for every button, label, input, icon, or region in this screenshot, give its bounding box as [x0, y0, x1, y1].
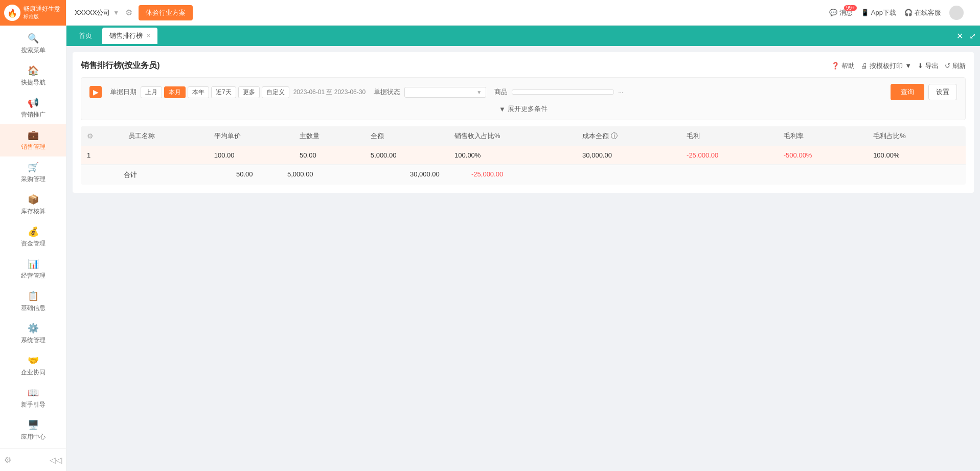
operation-icon: 📊	[28, 258, 39, 270]
cell-gross-rate: -500.00%	[778, 146, 867, 165]
sidebar-nav: 🔍 搜索菜单 🏠 快捷导航 📢 营销推广 💼 销售管理 🛒 采购管理 📦 库存核…	[0, 26, 66, 448]
basic-info-icon: 📋	[28, 290, 39, 302]
message-button[interactable]: 💬 消息 99+	[829, 8, 853, 17]
sidebar-item-finance[interactable]: 💰 资金管理	[0, 221, 66, 253]
filter-row: ▶ 单据日期 上月 本月 本年 近7天 更多 自定义 2023-06-01 至 …	[89, 84, 957, 100]
headset-icon: 🎧	[904, 9, 913, 16]
company-selector[interactable]: XXXXX公司 ▼	[75, 8, 119, 17]
th-settings: ⚙	[81, 126, 122, 146]
expand-down-icon: ▼	[499, 105, 506, 113]
filter-expand-row: ▼ 展开更多条件	[89, 104, 957, 114]
status-label: 单据状态	[374, 87, 400, 97]
goods-input[interactable]	[512, 89, 614, 95]
status-select[interactable]: ▼	[404, 87, 486, 98]
sidebar-item-system[interactable]: ⚙️ 系统管理	[0, 318, 66, 350]
export-button[interactable]: ⬇ 导出	[918, 61, 939, 71]
settings-footer-icon[interactable]: ⚙	[4, 455, 11, 465]
goods-filter-group: 商品 ···	[494, 87, 623, 97]
topbar-right: 💬 消息 99+ 📱 App下载 🎧 在线客服	[829, 6, 972, 20]
home-tab[interactable]: 首页	[71, 26, 100, 46]
marketing-icon: 📢	[28, 97, 39, 108]
footer-cost: 30,000.00	[404, 170, 465, 180]
sidebar-item-guide[interactable]: 📖 新手引导	[0, 382, 66, 414]
app-icon: 📱	[861, 9, 869, 16]
company-arrow-icon: ▼	[113, 9, 119, 16]
page-actions: ❓ 帮助 🖨 按模板打印 ▼ ⬇ 导出 ↺ 刷新	[831, 61, 966, 71]
sidebar-item-operation[interactable]: 📊 经营管理	[0, 253, 66, 285]
date-buttons: 上月 本月 本年 近7天 更多 自定义 2023-06-01 至 2023-06…	[141, 86, 366, 98]
settings-icon[interactable]: ⚙	[125, 8, 132, 17]
query-button[interactable]: 查询	[891, 84, 924, 100]
goods-label: 商品	[494, 87, 508, 97]
window-expand-icon[interactable]: ⤢	[969, 31, 976, 41]
sidebar-item-basic-info[interactable]: 📋 基础信息	[0, 285, 66, 318]
filter-expand-arrow[interactable]: ▶	[89, 86, 102, 98]
sidebar-item-enterprise[interactable]: 🤝 企业协同	[0, 350, 66, 382]
logo-icon: 🔥	[4, 5, 20, 21]
th-employee: 员工名称	[122, 126, 208, 146]
print-button[interactable]: 🖨 按模板打印 ▼	[861, 61, 911, 71]
app-center-icon: 🖥️	[28, 419, 39, 431]
window-close-icon[interactable]: ✕	[956, 31, 963, 41]
content-area: 销售排行榜(按业务员) ❓ 帮助 🖨 按模板打印 ▼ ⬇ 导出	[66, 46, 980, 471]
sidebar-item-search-menu[interactable]: 🔍 搜索菜单	[0, 28, 66, 60]
sidebar-item-purchase[interactable]: 🛒 采购管理	[0, 156, 66, 189]
th-gross-pct: 毛利占比%	[867, 126, 966, 146]
data-table: ⚙ 员工名称 平均单价 主数量 全额 销售收入占比% 成本全额 ⓘ 毛利 毛利率…	[81, 126, 966, 165]
sidebar-item-quick-nav[interactable]: 🏠 快捷导航	[0, 60, 66, 92]
sales-ranking-tab[interactable]: 销售排行榜 ×	[102, 28, 157, 44]
trial-button[interactable]: 体验行业方案	[139, 5, 193, 20]
setting-button[interactable]: 设置	[928, 84, 957, 100]
th-cost: 成本全额 ⓘ	[576, 126, 680, 146]
this-month-button[interactable]: 本月	[164, 86, 186, 98]
app-download-button[interactable]: 📱 App下载	[861, 8, 896, 17]
column-settings-icon[interactable]: ⚙	[87, 132, 94, 140]
sidebar-item-app-center[interactable]: 🖥️ 应用中心	[0, 414, 66, 446]
avatar[interactable]	[949, 6, 964, 20]
sidebar-item-sales[interactable]: 💼 销售管理	[0, 124, 66, 156]
last-month-button[interactable]: 上月	[141, 86, 162, 98]
table-body: 1 100.00 50.00 5,000.00 100.00% 30,000.0…	[81, 146, 966, 165]
logo-text: 畅康通好生意 标准版	[24, 5, 60, 20]
export-icon: ⬇	[918, 62, 923, 70]
guide-icon: 📖	[28, 387, 39, 398]
refresh-button[interactable]: ↺ 刷新	[945, 61, 966, 71]
tab-label: 销售排行榜	[109, 31, 143, 40]
print-arrow-icon: ▼	[905, 62, 911, 70]
home-icon: 🏠	[28, 65, 39, 76]
sidebar-logo: 🔥 畅康通好生意 标准版	[0, 0, 66, 26]
tab-close-icon[interactable]: ×	[147, 32, 150, 39]
sidebar-item-marketing[interactable]: 📢 营销推广	[0, 92, 66, 124]
date-filter-group: 单据日期 上月 本月 本年 近7天 更多 自定义 2023-06-01 至 20…	[110, 86, 366, 98]
page-title: 销售排行榜(按业务员)	[81, 60, 160, 71]
online-service-button[interactable]: 🎧 在线客服	[904, 8, 941, 17]
purchase-icon: 🛒	[28, 162, 39, 173]
collapse-icon[interactable]: ◁◁	[50, 455, 62, 465]
th-gross-rate: 毛利率	[778, 126, 867, 146]
this-year-button[interactable]: 本年	[188, 86, 209, 98]
sidebar-footer: ⚙ ◁◁	[0, 448, 66, 471]
main-area: XXXXX公司 ▼ ⚙ 体验行业方案 💬 消息 99+ 📱 App下载 🎧 在线…	[66, 0, 980, 471]
th-total: 全额	[364, 126, 448, 146]
cell-avg-price: 100.00	[208, 146, 293, 165]
cell-rank: 1	[81, 146, 122, 165]
footer-gross: -25,000.00	[465, 170, 509, 180]
status-select-arrow-icon: ▼	[476, 89, 482, 95]
inventory-icon: 📦	[28, 194, 39, 205]
help-icon: ❓	[831, 62, 839, 70]
more-button[interactable]: 更多	[238, 86, 260, 98]
expand-more-link[interactable]: ▼ 展开更多条件	[499, 104, 548, 114]
th-gross: 毛利	[680, 126, 778, 146]
last7-button[interactable]: 近7天	[211, 86, 236, 98]
cell-cost: 30,000.00	[576, 146, 680, 165]
sidebar-item-inventory[interactable]: 📦 库存核算	[0, 189, 66, 221]
search-icon: 🔍	[28, 33, 39, 44]
custom-button[interactable]: 自定义	[262, 86, 289, 98]
cell-employee	[122, 146, 208, 165]
th-avg-price: 平均单价	[208, 126, 293, 146]
print-icon: 🖨	[861, 62, 868, 70]
footer-label: 合计	[118, 170, 179, 180]
system-icon: ⚙️	[28, 323, 39, 334]
help-button[interactable]: ❓ 帮助	[831, 61, 855, 71]
goods-more-icon[interactable]: ···	[618, 88, 623, 96]
